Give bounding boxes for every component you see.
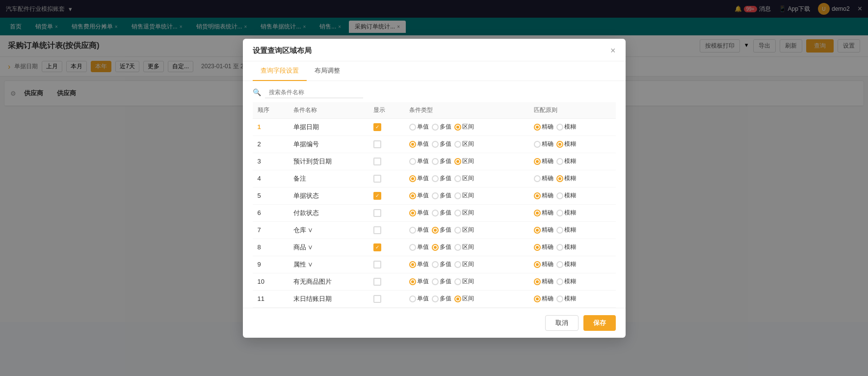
checkbox[interactable]	[373, 261, 381, 269]
cond-type-radio-item[interactable]: 区间	[454, 277, 474, 286]
radio-label: 区间	[462, 209, 474, 217]
match-type-radio-item[interactable]: 精确	[534, 174, 553, 183]
cond-type-radio-item[interactable]: 多值	[432, 191, 451, 200]
match-type-radio-item[interactable]: 模糊	[556, 157, 576, 165]
checkbox[interactable]	[373, 175, 381, 183]
table-row: 7仓库 ∨单值多值区间精确模糊	[253, 221, 616, 239]
match-type-radio-item[interactable]: 精确	[534, 243, 553, 251]
cond-type-radio-item[interactable]: 单值	[409, 295, 429, 303]
row-match-types: 精确模糊	[529, 239, 616, 256]
match-type-radio-item[interactable]: 模糊	[556, 209, 576, 217]
cond-type-radio-item[interactable]: 区间	[454, 209, 474, 217]
cond-type-radio-item[interactable]: 区间	[454, 123, 474, 131]
row-display-checkbox[interactable]	[368, 170, 404, 187]
checkbox[interactable]	[373, 123, 381, 131]
checkbox[interactable]	[373, 158, 381, 165]
row-display-checkbox[interactable]	[368, 273, 404, 290]
match-type-radio-item[interactable]: 精确	[534, 260, 553, 269]
radio-label: 多值	[440, 157, 451, 165]
match-type-radio-item[interactable]: 模糊	[556, 277, 576, 286]
cond-type-radio-item[interactable]: 区间	[454, 157, 474, 165]
radio-label: 精确	[542, 209, 553, 217]
cond-type-radio-item[interactable]: 多值	[432, 260, 451, 269]
dialog-close-button[interactable]: ×	[610, 46, 616, 56]
cond-type-radio-item[interactable]: 区间	[454, 260, 474, 269]
row-name: 商品 ∨	[289, 239, 368, 256]
cond-type-radio-item[interactable]: 单值	[409, 277, 429, 286]
tab-field-settings[interactable]: 查询字段设置	[253, 61, 307, 81]
cond-type-radio-item[interactable]: 区间	[454, 243, 474, 251]
cond-type-radio-item[interactable]: 区间	[454, 140, 474, 148]
cond-type-radio-item[interactable]: 单值	[409, 243, 429, 251]
radio-label: 区间	[462, 260, 474, 269]
cond-type-radio-item[interactable]: 多值	[432, 277, 451, 286]
checkbox[interactable]	[373, 243, 381, 251]
cond-type-radio-item[interactable]: 区间	[454, 226, 474, 234]
checkbox[interactable]	[373, 209, 381, 217]
checkbox[interactable]	[373, 226, 381, 234]
checkbox[interactable]	[373, 278, 381, 286]
row-display-checkbox[interactable]	[368, 135, 404, 153]
row-display-checkbox[interactable]	[368, 239, 404, 256]
match-type-radio-item[interactable]: 模糊	[556, 243, 576, 251]
row-display-checkbox[interactable]	[368, 118, 404, 135]
cond-type-radio-item[interactable]: 区间	[454, 191, 474, 200]
cond-type-radio-item[interactable]: 多值	[432, 209, 451, 217]
row-display-checkbox[interactable]	[368, 290, 404, 307]
cond-type-radio-item[interactable]: 区间	[454, 174, 474, 183]
save-button[interactable]: 保存	[583, 315, 616, 322]
row-display-checkbox[interactable]	[368, 221, 404, 239]
radio-circle	[556, 192, 563, 199]
match-type-radio-item[interactable]: 模糊	[556, 140, 576, 148]
cond-type-radio-item[interactable]: 多值	[432, 140, 451, 148]
match-type-radio-item[interactable]: 模糊	[556, 295, 576, 303]
radio-circle	[454, 124, 461, 131]
cond-type-radio-item[interactable]: 多值	[432, 174, 451, 183]
match-type-radio-item[interactable]: 精确	[534, 277, 553, 286]
cond-type-radio-item[interactable]: 单值	[409, 209, 429, 217]
match-type-radio-item[interactable]: 模糊	[556, 260, 576, 269]
cond-type-radio-item[interactable]: 多值	[432, 295, 451, 303]
match-type-radio-item[interactable]: 精确	[534, 157, 553, 165]
cond-type-radio-item[interactable]: 单值	[409, 140, 429, 148]
checkbox[interactable]	[373, 140, 381, 148]
cond-type-radio-item[interactable]: 单值	[409, 260, 429, 269]
match-type-radio-item[interactable]: 精确	[534, 295, 553, 303]
match-type-radio-item[interactable]: 精确	[534, 191, 553, 200]
match-type-radio-item[interactable]: 模糊	[556, 174, 576, 183]
checkbox[interactable]	[373, 192, 381, 200]
table-row: 5单据状态单值多值区间精确模糊	[253, 187, 616, 204]
cond-type-radio-item[interactable]: 单值	[409, 123, 429, 131]
match-type-radio-item[interactable]: 模糊	[556, 123, 576, 131]
radio-label: 精确	[542, 140, 553, 148]
cond-type-radio-item[interactable]: 多值	[432, 226, 451, 234]
cond-type-radio-item[interactable]: 单值	[409, 174, 429, 183]
cond-type-radio-item[interactable]: 单值	[409, 191, 429, 200]
row-display-checkbox[interactable]	[368, 187, 404, 204]
match-type-radio-item[interactable]: 精确	[534, 140, 553, 148]
cancel-button[interactable]: 取消	[545, 315, 579, 322]
row-match-types: 精确模糊	[529, 221, 616, 239]
radio-circle	[534, 261, 541, 268]
cond-type-radio-item[interactable]: 多值	[432, 243, 451, 251]
search-input[interactable]	[265, 87, 363, 98]
row-name: 预计到货日期	[289, 153, 368, 170]
row-display-checkbox[interactable]	[368, 256, 404, 273]
row-display-checkbox[interactable]	[368, 153, 404, 170]
cond-type-radio-item[interactable]: 区间	[454, 295, 474, 303]
th-cond-type: 条件类型	[404, 102, 528, 119]
match-type-radio-item[interactable]: 模糊	[556, 226, 576, 234]
cond-type-radio-item[interactable]: 单值	[409, 157, 429, 165]
match-type-radio-item[interactable]: 精确	[534, 209, 553, 217]
row-display-checkbox[interactable]	[368, 204, 404, 221]
match-type-radio-item[interactable]: 模糊	[556, 191, 576, 200]
cond-type-radio-item[interactable]: 多值	[432, 123, 451, 131]
match-type-radio-item[interactable]: 精确	[534, 123, 553, 131]
cond-type-radio-item[interactable]: 单值	[409, 226, 429, 234]
cond-type-radio-item[interactable]: 多值	[432, 157, 451, 165]
row-order: 10	[253, 273, 289, 290]
tab-layout-adjust[interactable]: 布局调整	[307, 61, 348, 81]
checkbox[interactable]	[373, 295, 381, 303]
radio-label: 精确	[542, 174, 553, 183]
match-type-radio-item[interactable]: 精确	[534, 226, 553, 234]
